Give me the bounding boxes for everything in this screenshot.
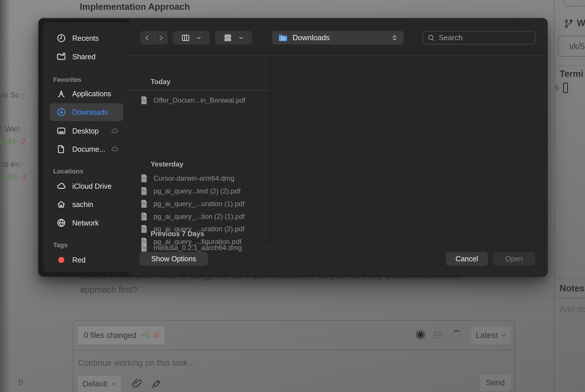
group-by-button[interactable] [215, 31, 252, 45]
sidebar-item-label: Network [72, 219, 99, 227]
sidebar-item-label: Red [72, 256, 86, 264]
dialog-sidebar: Recents Shared Favorites [43, 23, 129, 272]
spinner-icon [451, 329, 462, 340]
open-button[interactable]: Open [493, 252, 535, 266]
terminal-cursor [563, 83, 568, 93]
columns-icon [181, 33, 190, 42]
version-dropdown[interactable]: Latest [471, 327, 511, 344]
branch-value: vk/5 [569, 42, 585, 51]
divider [554, 65, 585, 66]
chevron-down-icon [111, 381, 116, 387]
panel-divider [554, 0, 555, 392]
pen-icon[interactable] [151, 377, 162, 388]
sidebar-item-icloud[interactable]: iCloud Drive [50, 177, 123, 195]
file-row[interactable]: Cursor-darwin-arm64.dmg [140, 172, 267, 185]
version-label: Latest [476, 331, 498, 340]
diff-added: +134 [0, 137, 16, 146]
paperclip-icon[interactable] [131, 377, 142, 388]
model-label: Default [83, 380, 108, 389]
diff-removed: -2 [19, 137, 26, 146]
chevron-up-down-icon [391, 34, 398, 41]
chevron-down-icon [501, 332, 506, 338]
sidebar-item-network[interactable]: Network [50, 214, 123, 232]
document-icon [55, 144, 68, 154]
nav-buttons[interactable] [140, 31, 168, 45]
group-icon [223, 33, 232, 42]
page-title: Implementation Approach [80, 2, 190, 12]
file-row[interactable]: pg_ai_query...text (2) (2).pdf [140, 185, 267, 197]
chat-input[interactable]: Continue working on this task... [78, 358, 195, 368]
sidebar-item-label: Shared [72, 53, 96, 61]
branch-input[interactable]: vk/5 [558, 36, 585, 57]
file-row[interactable]: pg_ai_query_...uration (1).pdf [140, 197, 267, 210]
cloud-icon [55, 181, 68, 191]
group-header-previous: Previous 7 Days [151, 230, 204, 238]
sidebar-item-label: iCloud Drive [72, 182, 112, 191]
sidebar-item-tag-red[interactable]: Red [50, 251, 123, 269]
diff-removed: -2 [20, 173, 27, 181]
divider [154, 34, 154, 42]
notes-input[interactable]: Add no [560, 305, 585, 314]
diff-added: +0 [140, 331, 149, 340]
model-dropdown[interactable]: Default [78, 376, 121, 392]
send-button[interactable]: Send [480, 374, 511, 391]
scroll-count: 0 [18, 378, 23, 387]
files-changed-label: 0 files changed [84, 331, 136, 340]
file-name: pg_ai_query_...tion (2) (1).pdf [153, 212, 245, 221]
sidebar-item-label: Downloads [72, 108, 108, 117]
file-name: pg_ai_query_...uration (1).pdf [153, 200, 245, 208]
shared-folder-icon [55, 51, 68, 62]
file-name: Cursor-darwin-arm64.dmg [153, 174, 234, 182]
sidebar-item-recents[interactable]: Recents [50, 29, 123, 47]
group-header-yesterday: Yesterday [151, 160, 183, 168]
sidebar-item-documents[interactable]: Docume... [50, 140, 123, 158]
blue-folder-icon [278, 33, 288, 43]
search-icon [427, 34, 435, 42]
sidebar-item-applications[interactable]: Applications [50, 85, 123, 103]
file-icon [140, 224, 148, 234]
file-icon [140, 174, 148, 183]
back-icon[interactable] [143, 34, 151, 42]
starburst-icon[interactable] [415, 329, 426, 340]
clipped-input-box[interactable] [564, 0, 585, 6]
worktree-title: W [577, 18, 585, 28]
search-input[interactable] [438, 33, 526, 42]
sidebar-item-downloads[interactable]: Downloads [50, 103, 123, 121]
sidebar-section-tags: Tags [53, 241, 68, 249]
diff-added: +65 [4, 173, 17, 181]
clock-icon [55, 33, 68, 43]
chevron-down-icon [196, 35, 202, 41]
file-icon [140, 212, 148, 221]
checklist-icon[interactable] [433, 330, 444, 341]
diff-stat: +65-2 [4, 173, 27, 182]
file-row[interactable]: Offer_Docum...in_Beniwal.pdf [140, 94, 267, 107]
sidebar-item-shared[interactable]: Shared [50, 48, 123, 66]
location-label: Downloads [292, 33, 330, 42]
files-changed-badge[interactable]: 0 files changed +0 -0 [78, 326, 165, 344]
cancel-button[interactable]: Cancel [446, 252, 488, 266]
chat-composer: 0 files changed +0 -0 [73, 320, 515, 392]
diff-stat: +134-2 [0, 137, 26, 146]
red-tag-icon [55, 256, 68, 264]
desktop-icon [55, 126, 68, 136]
file-name: medusa_0.2.1_aarch64.dmg [153, 244, 242, 252]
sidebar-item-home[interactable]: sachin [50, 195, 123, 213]
file-row[interactable]: pg_ai_query_...tion (2) (1).pdf [140, 210, 267, 223]
sidebar-section-locations: Locations [53, 168, 83, 175]
sidebar-item-label: Desktop [72, 127, 99, 135]
file-icon [140, 243, 148, 252]
forward-icon[interactable] [157, 34, 165, 42]
sidebar-item-desktop[interactable]: Desktop [50, 122, 123, 140]
divider [554, 278, 585, 279]
show-options-button[interactable]: Show Options [140, 252, 208, 266]
chevron-down-icon [238, 35, 244, 41]
column-divider [270, 56, 270, 240]
view-mode-button[interactable] [173, 31, 210, 45]
sidebar-item-label: Recents [72, 34, 99, 42]
globe-icon [55, 218, 68, 228]
download-circle-icon [55, 107, 68, 117]
location-dropdown[interactable]: Downloads [272, 31, 404, 45]
sidebar-item-label: Docume... [72, 145, 105, 154]
file-icon [140, 96, 148, 105]
search-field[interactable] [423, 31, 536, 45]
